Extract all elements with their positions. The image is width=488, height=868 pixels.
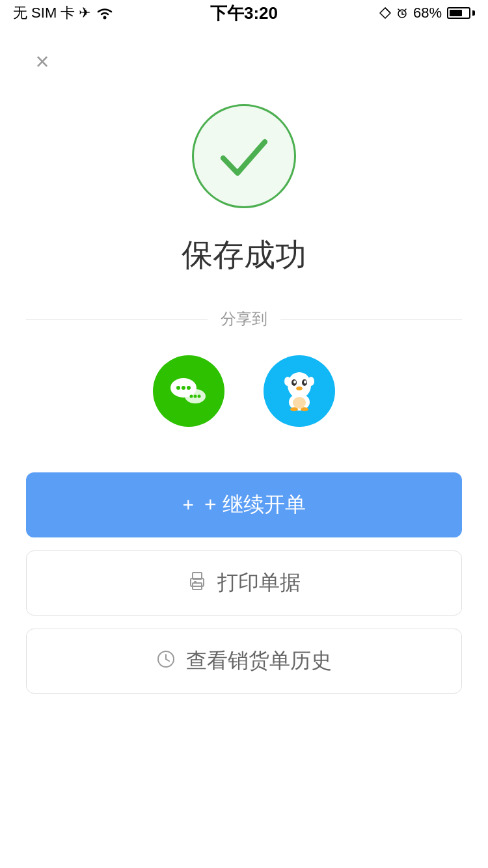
sim-status: 无 SIM 卡 ✈ xyxy=(13,3,90,23)
svg-point-20 xyxy=(290,407,298,411)
svg-point-15 xyxy=(296,387,303,390)
svg-point-14 xyxy=(304,381,306,384)
share-label: 分享到 xyxy=(221,308,267,329)
history-button[interactable]: 查看销货单历史 xyxy=(26,629,462,694)
print-button[interactable]: 打印单据 xyxy=(26,550,462,616)
battery-percent: 68% xyxy=(413,5,442,21)
svg-point-0 xyxy=(103,16,107,20)
success-title: 保存成功 xyxy=(182,234,306,276)
svg-point-17 xyxy=(293,397,306,409)
history-label: 查看销货单历史 xyxy=(186,647,332,675)
main-content: 保存成功 分享到 xyxy=(0,78,488,868)
wechat-icon xyxy=(168,373,210,409)
svg-point-19 xyxy=(308,377,314,386)
status-time: 下午3:20 xyxy=(210,2,278,25)
svg-point-5 xyxy=(187,386,191,390)
close-icon: × xyxy=(35,50,49,74)
share-icons xyxy=(26,355,462,427)
svg-point-3 xyxy=(176,386,180,390)
plus-icon: + xyxy=(182,494,194,516)
qq-share-button[interactable] xyxy=(264,355,335,427)
svg-point-21 xyxy=(301,407,308,411)
share-section: 分享到 xyxy=(26,308,462,427)
qq-icon xyxy=(280,368,319,414)
status-bar: 无 SIM 卡 ✈ 下午3:20 68% xyxy=(0,0,488,26)
share-divider: 分享到 xyxy=(26,308,462,329)
continue-button[interactable]: + + 继续开单 xyxy=(26,472,462,537)
alarm-icon xyxy=(396,7,408,19)
svg-point-13 xyxy=(293,381,296,384)
print-label: 打印单据 xyxy=(217,569,301,597)
svg-point-9 xyxy=(197,394,200,398)
success-circle xyxy=(192,104,296,208)
print-icon xyxy=(187,572,207,595)
history-icon xyxy=(156,649,176,673)
wifi-icon xyxy=(96,7,114,20)
battery-icon xyxy=(447,7,475,19)
svg-point-18 xyxy=(284,377,291,386)
status-right: 68% xyxy=(379,5,475,21)
location-icon xyxy=(379,7,391,19)
svg-rect-25 xyxy=(194,581,197,582)
svg-point-8 xyxy=(193,394,197,398)
svg-point-4 xyxy=(182,386,185,390)
checkmark-icon xyxy=(218,135,270,178)
wechat-share-button[interactable] xyxy=(153,355,224,427)
svg-point-7 xyxy=(189,394,193,398)
action-buttons: + + 继续开单 打印单据 查看销货单历史 xyxy=(26,472,462,694)
continue-label: + 继续开单 xyxy=(204,491,306,519)
close-button[interactable]: × xyxy=(26,46,59,78)
status-left: 无 SIM 卡 ✈ xyxy=(13,3,114,23)
